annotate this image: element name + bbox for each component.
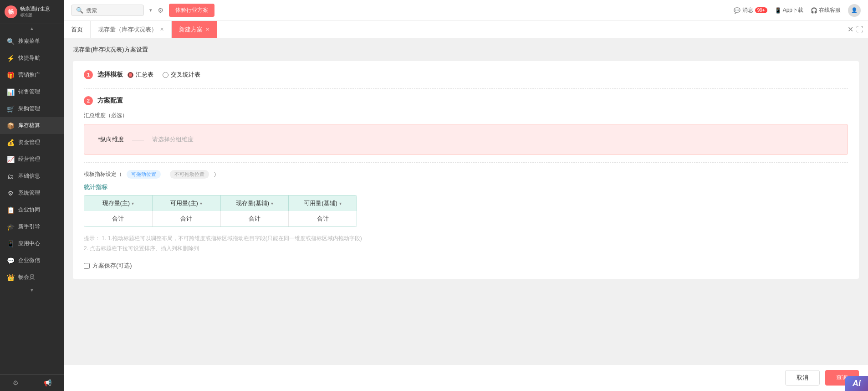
dim-dash: —— bbox=[132, 136, 144, 143]
app-download-label: App下载 bbox=[783, 6, 803, 14]
tip-1-text: 1.拖动标题栏可以调整布局，不可跨维度或指标区域拖动栏目字段(只能在同一维度或指… bbox=[108, 235, 362, 242]
indicator-col-3[interactable]: 现存量(基辅) ▾ bbox=[221, 196, 289, 211]
search-icon: 🔍 bbox=[6, 38, 15, 45]
tip-prefix: 提示： 1. bbox=[84, 235, 106, 242]
user-avatar[interactable]: 👤 bbox=[848, 4, 861, 17]
step1-title: 选择模板 bbox=[97, 71, 123, 79]
indicator-col-1[interactable]: 现存量(主) ▾ bbox=[84, 196, 153, 211]
tab-close-all-icon[interactable]: ✕ bbox=[848, 25, 853, 34]
divider-1 bbox=[84, 88, 848, 89]
tab-new-scheme-close-icon[interactable]: ✕ bbox=[205, 26, 209, 32]
save-option-checkbox[interactable] bbox=[84, 263, 90, 269]
sidebar-item-marketing[interactable]: 🎁 营销推广 bbox=[0, 67, 64, 83]
stats-label: 统计指标 bbox=[84, 183, 848, 191]
quicknav-icon: ⚡ bbox=[6, 55, 15, 62]
sidebar-item-basic[interactable]: 🗂 基础信息 bbox=[0, 168, 64, 185]
avatar-icon: 👤 bbox=[851, 7, 858, 13]
sidebar-item-quicknav[interactable]: ⚡ 快捷导航 bbox=[0, 50, 64, 67]
online-service-button[interactable]: 🎧 在线客服 bbox=[811, 6, 841, 14]
radio-summary-input[interactable] bbox=[128, 72, 133, 78]
tips-section: 提示： 1. 1.拖动标题栏可以调整布局，不可跨维度或指标区域拖动栏目字段(只能… bbox=[84, 234, 848, 252]
sidebar-item-appstore[interactable]: 📱 应用中心 bbox=[0, 235, 64, 252]
indicator-col-4-label: 可用量(基辅) bbox=[304, 199, 337, 207]
sidebar-item-label-marketing: 营销推广 bbox=[18, 71, 40, 79]
tab-expand-icon[interactable]: ⛶ bbox=[856, 26, 863, 34]
purchase-icon: 🛒 bbox=[6, 105, 15, 113]
dim-vertical-label: *纵向维度 bbox=[98, 135, 124, 144]
radio-cross[interactable]: 交叉统计表 bbox=[163, 71, 200, 79]
radio-cross-input[interactable] bbox=[163, 72, 168, 78]
indicator-col-4[interactable]: 可用量(基辅) ▾ bbox=[289, 196, 357, 211]
sidebar-item-business[interactable]: 📈 经营管理 bbox=[0, 151, 64, 168]
sidebar-item-sales[interactable]: 📊 销售管理 bbox=[0, 83, 64, 100]
sidebar-item-agreement[interactable]: 📋 企业协同 bbox=[0, 201, 64, 218]
topbar-chevron-icon[interactable]: ▾ bbox=[149, 7, 152, 13]
topbar: 🔍 ▾ ⚙ 体验行业方案 💬 消息 99+ 📱 App下载 🎧 在线客服 👤 bbox=[64, 0, 868, 21]
step2-title: 方案配置 bbox=[97, 97, 123, 105]
app-edition: 标准版 bbox=[20, 12, 50, 18]
indicator-col-3-label: 现存量(基辅) bbox=[236, 199, 270, 207]
newbie-icon: 🎓 bbox=[6, 223, 15, 231]
indicator-settings-text: 模板指标设定（ bbox=[84, 170, 122, 178]
sidebar-scroll-down[interactable]: ▼ bbox=[0, 286, 64, 294]
not-draggable-tag: 不可拖动位置 bbox=[170, 170, 209, 179]
trial-industry-button[interactable]: 体验行业方案 bbox=[169, 4, 214, 17]
step2-section: 2 方案配置 汇总维度（必选） *纵向维度 —— 请选择分组维度 模板指标设定（… bbox=[84, 96, 848, 252]
cancel-button[interactable]: 取消 bbox=[785, 370, 820, 386]
step1-section: 1 选择模板 汇总表 交叉统计表 bbox=[84, 70, 848, 79]
tabbar: 首页 现存量（库存状况表） ✕ 新建方案 ✕ ✕ ⛶ bbox=[64, 21, 868, 38]
basic-icon: 🗂 bbox=[6, 173, 15, 180]
tab-home[interactable]: 首页 bbox=[64, 21, 91, 38]
topbar-gear-icon[interactable]: ⚙ bbox=[158, 6, 163, 15]
indicator-cell-3: 合计 bbox=[221, 211, 289, 226]
radio-summary-label: 汇总表 bbox=[136, 71, 153, 79]
system-icon: ⚙ bbox=[6, 190, 15, 197]
step2-header: 2 方案配置 bbox=[84, 96, 848, 105]
topbar-search-box: 🔍 bbox=[71, 5, 144, 16]
inventory-icon: 📦 bbox=[6, 122, 15, 129]
sidebar-footer: ⚙ 📢 bbox=[0, 374, 64, 391]
radio-cross-label: 交叉统计表 bbox=[171, 71, 200, 79]
tab-inventory[interactable]: 现存量（库存状况表） ✕ bbox=[91, 21, 172, 38]
ai-badge[interactable]: Ai bbox=[845, 376, 868, 391]
message-icon: 💬 bbox=[734, 7, 740, 14]
sidebar-help-icon[interactable]: 📢 bbox=[44, 379, 51, 386]
sidebar-item-system[interactable]: ⚙ 系统管理 bbox=[0, 185, 64, 201]
indicator-col-2[interactable]: 可用量(主) ▾ bbox=[153, 196, 221, 211]
indicator-settings-label: 模板指标设定（ 可拖动位置 不可拖动位置 ） bbox=[84, 170, 848, 179]
dimension-area[interactable]: *纵向维度 —— 请选择分组维度 bbox=[84, 124, 848, 155]
tab-home-label: 首页 bbox=[71, 26, 83, 34]
tip-2: 2. 点击标题栏下拉可设置排序、插入列和删除列 bbox=[84, 244, 848, 252]
topbar-search-input[interactable] bbox=[86, 7, 132, 14]
sidebar-scroll-up[interactable]: ▲ bbox=[0, 24, 64, 33]
message-badge: 99+ bbox=[755, 7, 767, 13]
step1-header: 1 选择模板 汇总表 交叉统计表 bbox=[84, 70, 848, 79]
sidebar-logo: 畅 畅康通好生意 标准版 bbox=[0, 0, 64, 24]
tip-1: 提示： 1. 1.拖动标题栏可以调整布局，不可跨维度或指标区域拖动栏目字段(只能… bbox=[84, 234, 848, 242]
sidebar-item-label-wechat: 企业微信 bbox=[18, 257, 40, 264]
step2-badge: 2 bbox=[84, 96, 93, 105]
message-button[interactable]: 💬 消息 99+ bbox=[734, 6, 767, 14]
main-area: 🔍 ▾ ⚙ 体验行业方案 💬 消息 99+ 📱 App下载 🎧 在线客服 👤 bbox=[64, 0, 868, 391]
sidebar-item-newbie[interactable]: 🎓 新手引导 bbox=[0, 218, 64, 235]
sidebar-item-search[interactable]: 🔍 搜索菜单 bbox=[0, 33, 64, 50]
sidebar-item-label-inventory: 库存核算 bbox=[18, 122, 40, 129]
indicator-table: 现存量(主) ▾ 可用量(主) ▾ 现存量(基辅) ▾ 可用量(基辅) bbox=[84, 195, 357, 227]
sidebar-item-finance[interactable]: 💰 资金管理 bbox=[0, 134, 64, 151]
tab-new-scheme[interactable]: 新建方案 ✕ bbox=[172, 21, 217, 38]
sidebar-item-purchase[interactable]: 🛒 采购管理 bbox=[0, 100, 64, 117]
tab-inventory-label: 现存量（库存状况表） bbox=[98, 26, 157, 34]
footer: 取消 查询 bbox=[64, 364, 868, 391]
tab-inventory-close-icon[interactable]: ✕ bbox=[160, 26, 164, 32]
tabbar-actions: ✕ ⛶ bbox=[843, 25, 868, 34]
indicator-table-header: 现存量(主) ▾ 可用量(主) ▾ 现存量(基辅) ▾ 可用量(基辅) bbox=[84, 196, 357, 211]
sidebar-settings-icon[interactable]: ⚙ bbox=[13, 379, 19, 386]
page-title: 现存量(库存状况表)方案设置 bbox=[73, 46, 859, 54]
member-icon: 👑 bbox=[6, 274, 15, 281]
app-download-button[interactable]: 📱 App下载 bbox=[775, 6, 803, 14]
sidebar-item-wechat[interactable]: 💬 企业微信 bbox=[0, 252, 64, 269]
radio-summary[interactable]: 汇总表 bbox=[128, 71, 153, 79]
sidebar-item-inventory[interactable]: 📦 库存核算 bbox=[0, 117, 64, 134]
sidebar-item-label-system: 系统管理 bbox=[18, 189, 40, 197]
sidebar-item-member[interactable]: 👑 畅会员 bbox=[0, 269, 64, 286]
